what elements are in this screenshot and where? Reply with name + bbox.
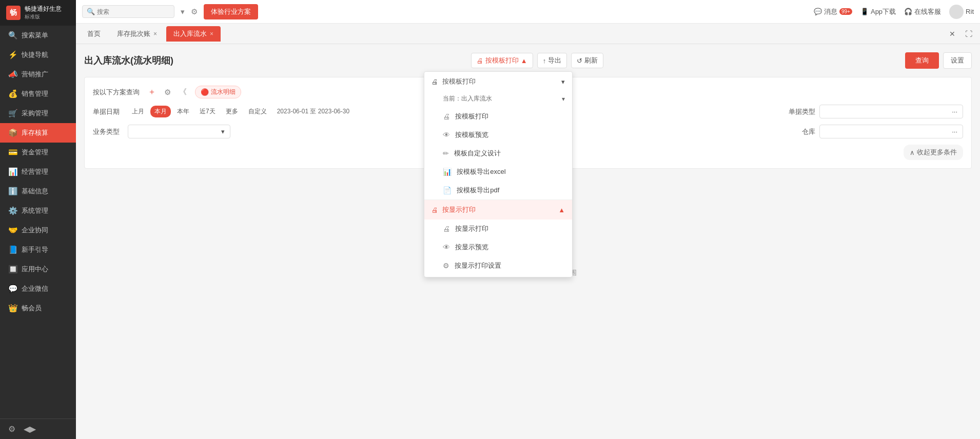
display-print-item[interactable]: 🖨 按显示打印	[424, 220, 572, 238]
filter-settings-icon[interactable]: ⚙	[164, 88, 171, 97]
template-custom-item[interactable]: ✏ 模板自定义设计	[424, 144, 572, 163]
date-last-month[interactable]: 上月	[128, 106, 148, 117]
settings-button[interactable]: 设置	[943, 52, 972, 69]
tab-label: 首页	[87, 29, 101, 38]
sidebar-item-wechat[interactable]: 💬 企业微信	[0, 279, 76, 298]
item-label: 按显示打印	[455, 224, 488, 233]
trial-button[interactable]: 体验行业方案	[204, 4, 258, 19]
template-pdf-item[interactable]: 📄 按模板导出pdf	[424, 181, 572, 199]
tab-label: 出入库流水	[173, 29, 207, 38]
inventory-icon: 📦	[8, 128, 17, 137]
gear-icon[interactable]: ⚙	[189, 5, 200, 18]
warehouse-select[interactable]: ···	[819, 125, 963, 138]
quick-nav-icon: ⚡	[8, 50, 17, 59]
sales-icon: 💰	[8, 89, 17, 98]
more-icon: ···	[952, 108, 957, 115]
sidebar-item-inventory[interactable]: 📦 库存核算	[0, 123, 76, 143]
chevron-down-icon[interactable]: ▾	[179, 5, 187, 18]
close-tab-button[interactable]: ✕	[945, 27, 959, 41]
sidebar-item-finance[interactable]: 💳 资金管理	[0, 143, 76, 162]
apps-icon: 🔲	[8, 265, 17, 274]
app-download-button[interactable]: 📱 App下载	[860, 7, 896, 16]
tab-close-icon[interactable]: ×	[153, 30, 157, 37]
online-service-button[interactable]: 🎧 在线客服	[904, 7, 941, 16]
tabbar: 首页库存批次账×出入库流水× ✕ ⛶	[76, 24, 980, 44]
query-actions: 查询 设置	[905, 52, 972, 69]
sidebar-item-label: 销售管理	[22, 89, 48, 98]
date-custom[interactable]: 自定义	[244, 106, 271, 117]
sidebar-item-member[interactable]: 👑 畅会员	[0, 298, 76, 318]
item-label: 按显示打印设置	[455, 261, 501, 270]
print-button[interactable]: 🖨 按模板打印 ▲	[471, 53, 533, 68]
sidebar-item-purchase[interactable]: 🛒 采购管理	[0, 104, 76, 123]
printer-icon: 🖨	[443, 225, 450, 233]
message-button[interactable]: 💬 消息 99+	[814, 7, 852, 16]
page-header: 出入库流水(流水明细) 🖨 按模板打印 ▲ ↑ 导出 ↺ 刷新	[84, 52, 972, 69]
tab-flow[interactable]: 出入库流水×	[166, 26, 221, 42]
sidebar-item-label: 新手引导	[22, 245, 48, 254]
chevron-down-icon-sub[interactable]: ▾	[562, 95, 565, 103]
voucher-type-select[interactable]: ···	[819, 105, 963, 118]
display-excel-item[interactable]: 📊 按显示导出excel	[424, 275, 572, 277]
item-label: 按模板导出excel	[457, 167, 505, 176]
tab-close-icon[interactable]: ×	[210, 30, 213, 37]
template-excel-item[interactable]: 📊 按模板导出excel	[424, 163, 572, 181]
collapse-button[interactable]: ∧ 收起更多条件	[904, 145, 963, 160]
filter-tag-label: 流水明细	[211, 88, 236, 96]
sidebar-collapse-icon[interactable]: ◀▶	[24, 424, 36, 434]
search-input[interactable]	[97, 8, 159, 15]
sidebar-item-cooperation[interactable]: 🤝 企业协同	[0, 221, 76, 240]
template-print-item[interactable]: 🖨 按模板打印	[424, 107, 572, 126]
topbar-right: 💬 消息 99+ 📱 App下载 🎧 在线客服 Rit	[814, 5, 974, 19]
purchase-icon: 🛒	[8, 109, 17, 118]
tab-inventory-batch[interactable]: 库存批次账×	[110, 26, 164, 42]
sidebar-item-sales[interactable]: 💰 销售管理	[0, 84, 76, 104]
tab-home[interactable]: 首页	[80, 26, 108, 42]
logo-title: 畅捷通好生意	[25, 5, 62, 13]
add-filter-icon[interactable]: ＋	[148, 87, 156, 97]
export-button[interactable]: ↑ 导出	[537, 53, 567, 68]
user-avatar-area[interactable]: Rit	[949, 5, 974, 19]
sidebar-item-label: 快捷导航	[22, 50, 48, 59]
export-icon: ↑	[543, 57, 546, 65]
refresh-button[interactable]: ↺ 刷新	[571, 53, 603, 68]
filter-collapse-icon[interactable]: 《	[179, 87, 187, 97]
app-download-icon: 📱	[860, 8, 869, 15]
display-preview-item[interactable]: 👁 按显示预览	[424, 238, 572, 256]
sidebar-item-system[interactable]: ⚙️ 系统管理	[0, 201, 76, 221]
chevron-up-icon: ∧	[910, 149, 915, 156]
sidebar-item-search[interactable]: 🔍 搜索菜单	[0, 26, 76, 45]
date-this-year[interactable]: 本年	[173, 106, 193, 117]
display-print-header[interactable]: 🖨 按显示打印 ▲	[424, 200, 572, 220]
sidebar-item-basic[interactable]: ℹ️ 基础信息	[0, 182, 76, 201]
basic-icon: ℹ️	[8, 187, 17, 196]
sidebar-item-marketing[interactable]: 📣 营销推广	[0, 65, 76, 84]
template-print-header[interactable]: 🖨 按模板打印 ▾	[424, 72, 572, 91]
sidebar-item-apps[interactable]: 🔲 应用中心	[0, 260, 76, 279]
printer-icon: 🖨	[443, 112, 450, 121]
sidebar-item-label: 采购管理	[22, 109, 48, 118]
template-preview-item[interactable]: 👁 按模板预览	[424, 126, 572, 144]
sidebar-item-label: 应用中心	[22, 265, 48, 274]
maximize-button[interactable]: ⛶	[962, 27, 976, 41]
item-label: 按模板导出pdf	[457, 186, 499, 195]
tag-icon: 🔴	[201, 88, 209, 96]
date-more[interactable]: 更多	[222, 106, 242, 117]
business-type-label: 业务类型	[93, 127, 120, 136]
date-this-month[interactable]: 本月	[150, 106, 171, 117]
date-last-7-days[interactable]: 近7天	[195, 106, 220, 117]
sidebar-item-quick-nav[interactable]: ⚡ 快捷导航	[0, 45, 76, 65]
sidebar-item-guide[interactable]: 📘 新手引导	[0, 240, 76, 260]
display-settings-item[interactable]: ⚙ 按显示打印设置	[424, 256, 572, 275]
topbar-icons: ▾ ⚙	[179, 5, 200, 18]
business-type-select[interactable]: ▾	[128, 125, 230, 138]
message-badge: 99+	[839, 8, 852, 15]
settings-icon[interactable]: ⚙	[8, 424, 15, 434]
main-content: 🔍 ▾ ⚙ 体验行业方案 💬 消息 99+ 📱 App下载 🎧 在线客服	[76, 0, 980, 439]
guide-icon: 📘	[8, 245, 17, 254]
query-button[interactable]: 查询	[905, 52, 939, 69]
topbar-search-box[interactable]: 🔍	[82, 5, 174, 18]
filter-tag: 🔴 流水明细	[195, 86, 241, 98]
item-label: 按显示预览	[455, 243, 488, 252]
sidebar-item-operations[interactable]: 📊 经营管理	[0, 162, 76, 182]
